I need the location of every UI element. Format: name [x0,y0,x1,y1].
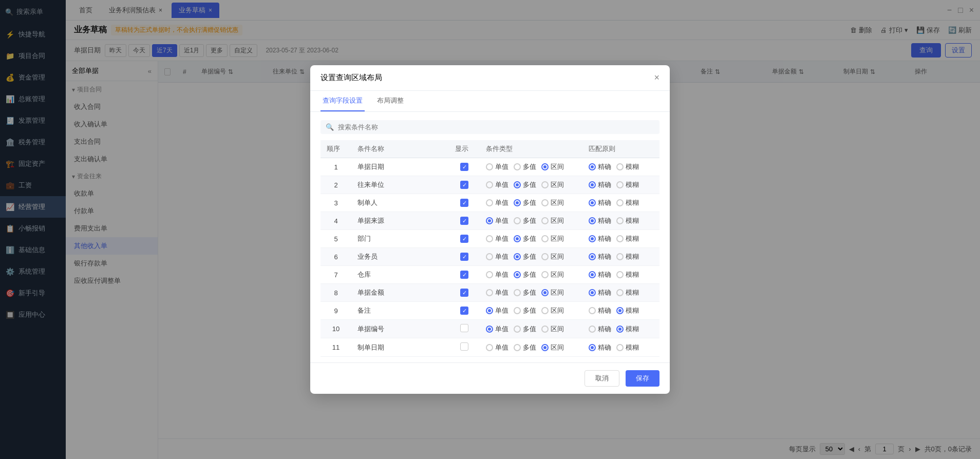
radio-circle [616,253,624,260]
radio-circle [541,235,549,242]
radio-type-single[interactable]: 单值 [486,162,508,171]
show-checkbox[interactable] [460,324,468,332]
radio-match-exact[interactable]: 精确 [589,288,611,297]
show-checkbox[interactable]: ✓ [460,235,468,243]
radio-type-multiple[interactable]: 多值 [514,343,536,352]
modal-tab-fields[interactable]: 查询字段设置 [321,91,365,111]
radio-label: 单值 [495,216,508,225]
radio-label: 单值 [495,252,508,261]
show-checkbox[interactable]: ✓ [460,253,468,261]
show-checkbox[interactable]: ✓ [460,199,468,207]
cell-match: 精确模糊 [582,320,659,338]
radio-match-fuzzy[interactable]: 模糊 [616,306,639,315]
radio-match-exact[interactable]: 精确 [589,180,611,189]
cell-type: 单值多值区间 [480,266,582,284]
cell-show[interactable]: ✓ [449,176,480,194]
radio-type-multiple[interactable]: 多值 [514,234,536,243]
radio-match-fuzzy[interactable]: 模糊 [616,162,639,171]
radio-circle [541,163,549,170]
show-checkbox[interactable]: ✓ [460,217,468,225]
radio-label: 单值 [495,180,508,189]
radio-match-fuzzy[interactable]: 模糊 [616,180,639,189]
modal-search-input[interactable] [338,123,654,131]
cell-show[interactable]: ✓ [449,194,480,212]
radio-type-multiple[interactable]: 多值 [514,324,536,334]
modal-close-btn[interactable]: × [654,72,659,83]
radio-match-fuzzy[interactable]: 模糊 [616,216,639,225]
radio-circle [486,326,493,333]
radio-type-multiple[interactable]: 多值 [514,270,536,279]
show-checkbox[interactable] [460,342,468,351]
radio-match-fuzzy[interactable]: 模糊 [616,343,639,352]
cell-show[interactable]: ✓ [449,158,480,176]
radio-type-single[interactable]: 单值 [486,198,508,207]
radio-type-range[interactable]: 区间 [541,343,564,352]
radio-circle [486,199,493,206]
radio-type-multiple[interactable]: 多值 [514,162,536,171]
show-checkbox[interactable]: ✓ [460,181,468,189]
radio-type-range[interactable]: 区间 [541,216,564,225]
radio-type-range[interactable]: 区间 [541,288,564,297]
radio-type-range[interactable]: 区间 [541,198,564,207]
radio-type-single[interactable]: 单值 [486,343,508,352]
cell-show[interactable]: ✓ [449,230,480,248]
match-radio-group: 精确模糊 [589,306,653,315]
radio-type-range[interactable]: 区间 [541,306,564,315]
radio-match-exact[interactable]: 精确 [589,270,611,279]
radio-match-exact[interactable]: 精确 [589,234,611,243]
radio-match-fuzzy[interactable]: 模糊 [616,288,639,297]
show-checkbox[interactable]: ✓ [460,163,468,171]
cell-show[interactable]: ✓ [449,266,480,284]
radio-type-single[interactable]: 单值 [486,270,508,279]
radio-type-range[interactable]: 区间 [541,324,564,334]
cell-show[interactable]: ✓ [449,212,480,230]
radio-type-single[interactable]: 单值 [486,216,508,225]
radio-label: 单值 [495,198,508,207]
radio-type-multiple[interactable]: 多值 [514,216,536,225]
radio-match-fuzzy[interactable]: 模糊 [616,252,639,261]
radio-label: 多值 [523,180,536,189]
cell-show[interactable]: ✓ [449,284,480,302]
radio-type-single[interactable]: 单值 [486,252,508,261]
radio-match-fuzzy[interactable]: 模糊 [616,324,639,334]
radio-match-exact[interactable]: 精确 [589,324,611,334]
save-button[interactable]: 保存 [626,370,659,387]
radio-circle [486,163,493,170]
cancel-button[interactable]: 取消 [585,370,619,387]
radio-type-multiple[interactable]: 多值 [514,306,536,315]
cell-show[interactable] [449,320,480,338]
radio-type-range[interactable]: 区间 [541,162,564,171]
radio-match-exact[interactable]: 精确 [589,343,611,352]
radio-match-exact[interactable]: 精确 [589,216,611,225]
radio-type-single[interactable]: 单值 [486,324,508,334]
radio-match-fuzzy[interactable]: 模糊 [616,234,639,243]
radio-type-range[interactable]: 区间 [541,270,564,279]
radio-type-multiple[interactable]: 多值 [514,288,536,297]
cell-show[interactable]: ✓ [449,302,480,320]
radio-match-exact[interactable]: 精确 [589,162,611,171]
cell-show[interactable] [449,338,480,357]
show-checkbox[interactable]: ✓ [460,307,468,315]
radio-match-exact[interactable]: 精确 [589,198,611,207]
radio-type-multiple[interactable]: 多值 [514,252,536,261]
radio-type-single[interactable]: 单值 [486,234,508,243]
cell-match: 精确模糊 [582,230,659,248]
radio-match-exact[interactable]: 精确 [589,306,611,315]
show-checkbox[interactable]: ✓ [460,271,468,279]
cell-show[interactable]: ✓ [449,248,480,266]
radio-match-fuzzy[interactable]: 模糊 [616,270,639,279]
radio-type-single[interactable]: 单值 [486,306,508,315]
radio-match-fuzzy[interactable]: 模糊 [616,198,639,207]
radio-type-range[interactable]: 区间 [541,180,564,189]
radio-match-exact[interactable]: 精确 [589,252,611,261]
radio-type-multiple[interactable]: 多值 [514,198,536,207]
radio-type-multiple[interactable]: 多值 [514,180,536,189]
radio-type-single[interactable]: 单值 [486,288,508,297]
radio-type-range[interactable]: 区间 [541,252,564,261]
radio-type-range[interactable]: 区间 [541,234,564,243]
radio-type-single[interactable]: 单值 [486,180,508,189]
radio-label: 单值 [495,343,508,352]
modal-tab-layout[interactable]: 布局调整 [375,91,406,111]
match-radio-group: 精确模糊 [589,216,653,225]
show-checkbox[interactable]: ✓ [460,289,468,297]
